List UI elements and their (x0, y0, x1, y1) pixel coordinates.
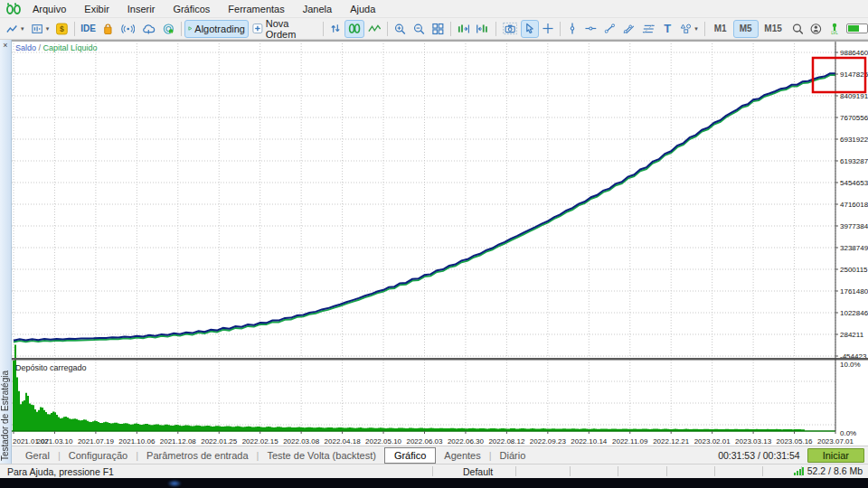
vertical-line-icon (569, 23, 576, 34)
zoom-out-button[interactable] (410, 20, 429, 38)
zoom-in-button[interactable] (391, 20, 410, 38)
menu-janela[interactable]: Janela (294, 0, 341, 18)
horizontal-line-tool-button[interactable] (581, 20, 600, 38)
menu-arquivo[interactable]: Arquivo (24, 0, 75, 18)
timeframe-m15-label: M15 (760, 23, 785, 33)
tab-gr-fico[interactable]: Gráfico (384, 447, 436, 464)
signals-button[interactable] (118, 20, 138, 38)
nova-ordem-button[interactable]: Nova Ordem (249, 20, 320, 38)
auto-scroll-button[interactable] (473, 20, 493, 38)
metatrader-window: ArquivoExibirInserirGráficosFerramentasJ… (0, 0, 868, 488)
deposit-button[interactable]: $ (52, 20, 71, 38)
equity-chart[interactable]: 9886460914782584091917670556693192261932… (12, 41, 868, 446)
menu-ferramentas[interactable]: Ferramentas (219, 0, 293, 18)
market-button[interactable] (99, 20, 118, 38)
x-axis-label: 2022.01.25 (201, 437, 238, 446)
y-axis-label: 4716018 (840, 201, 868, 209)
connection-fill (848, 25, 859, 32)
zigzag-icon (368, 23, 382, 34)
menu-gráficos[interactable]: Gráficos (164, 0, 219, 18)
channel-tool-button[interactable] (619, 20, 638, 38)
search-button[interactable] (788, 20, 807, 38)
tick-chart-button[interactable] (326, 20, 344, 38)
x-axis-label: 2022.08.12 (488, 437, 525, 446)
start-button[interactable]: Iniciar (807, 448, 864, 463)
crosshair-icon (542, 23, 553, 34)
market-bag-icon (102, 23, 114, 35)
vertical-line-tool-button[interactable] (563, 20, 581, 38)
ide-button[interactable]: IDE (78, 20, 99, 38)
market-depth-button[interactable] (344, 20, 364, 38)
cloud-button[interactable] (138, 20, 159, 38)
timeframe-m5-button[interactable]: M5 (733, 20, 759, 38)
oo-icon (348, 23, 361, 34)
menu-ajuda[interactable]: Ajuda (341, 0, 384, 18)
y-axis-label: 3977384 (840, 222, 868, 230)
tile-windows-icon (432, 23, 444, 35)
zigzag-button[interactable] (364, 20, 385, 38)
tab-geral[interactable]: Geral (17, 447, 58, 464)
x-axis-label: 2023.07.01 (817, 437, 854, 446)
lvl-icon: LVL (829, 23, 840, 35)
x-axis-label: 2022.02.15 (242, 437, 279, 446)
cloud-icon (142, 23, 156, 34)
strategy-tester-sidebar[interactable]: × Testador de Estratégia (0, 40, 12, 464)
menu-inserir[interactable]: Inserir (118, 0, 165, 18)
chart-profile-button[interactable]: ▾ (28, 20, 53, 38)
strategy-tester-title: Testador de Estratégia (0, 371, 12, 461)
status-profile[interactable]: Default (463, 466, 493, 477)
tile-windows-button[interactable] (429, 20, 448, 38)
tab-teste-de-volta-backtest-[interactable]: Teste de Volta (backtest) (259, 447, 383, 464)
tab-par-metros-de-entrada[interactable]: Parâmetros de entrada (138, 447, 257, 464)
horizontal-line-icon (585, 24, 597, 33)
chevron-down-icon: ▾ (46, 25, 50, 32)
tester-chart-panel: 9886460914782584091917670556693192261932… (12, 40, 868, 446)
x-axis-label: 2022.05.10 (365, 437, 402, 446)
menu-bar: ArquivoExibirInserirGráficosFerramentasJ… (0, 0, 868, 18)
legend-separator: / (36, 43, 43, 52)
x-axis-label: 2022.12.21 (653, 437, 690, 446)
timeframe-m15-button[interactable]: M15 (759, 20, 788, 38)
shift-end-button[interactable] (454, 20, 474, 38)
tab-configura-o[interactable]: Configuração (61, 447, 136, 464)
x-axis-label: 2021.10.06 (118, 437, 156, 446)
taskbar-app-glow (167, 480, 182, 487)
algotrading-button[interactable]: Algotrading (184, 20, 249, 38)
close-icon[interactable]: × (0, 40, 11, 51)
timeframe-m1-button[interactable]: M1 (708, 20, 733, 38)
text-tool-button[interactable]: T (658, 20, 676, 38)
x-axis-label: 2021.12.08 (160, 437, 197, 446)
vps-icon: + (163, 23, 175, 35)
screenshot-button[interactable] (499, 20, 521, 38)
menu-bar-items: ArquivoExibirInserirGráficosFerramentasJ… (24, 0, 384, 17)
vps-level-indicator[interactable]: LVL (826, 20, 844, 38)
signals-icon (121, 23, 135, 34)
community-button[interactable] (807, 20, 826, 38)
community-icon (810, 23, 822, 35)
y-axis-label: 8409191 (840, 92, 868, 100)
equity-legend-label: Capital Líquido (43, 43, 98, 52)
vps-button[interactable]: + (159, 20, 178, 38)
y-axis-label: 6931922 (840, 136, 868, 144)
tab-agentes[interactable]: Agentes (436, 447, 488, 464)
tab-di-rio[interactable]: Diário (492, 447, 534, 464)
menu-exibir[interactable]: Exibir (75, 0, 118, 18)
cursor-button[interactable] (521, 20, 539, 38)
y-axis-label: 284211 (840, 331, 864, 339)
y-axis-label: 3238749 (840, 244, 868, 252)
x-axis-label: 2022.11.09 (612, 437, 648, 446)
x-axis-label: 2022.04.18 (325, 437, 362, 446)
crosshair-button[interactable] (539, 20, 557, 38)
y-axis-label: 7670556 (840, 114, 868, 122)
shapes-tool-button[interactable]: ▾ (676, 20, 702, 38)
chart-type-button[interactable]: ▾ (3, 20, 28, 38)
x-axis-label: 2022.06.30 (448, 437, 485, 446)
chart-legend: Saldo / Capital Líquido (15, 43, 98, 52)
x-axis-label: 2022.06.03 (406, 437, 443, 446)
zoom-in-icon (394, 23, 406, 35)
trendline-tool-button[interactable] (600, 20, 619, 38)
ide-label: IDE (80, 23, 96, 33)
fibonacci-tool-button[interactable] (638, 20, 659, 38)
x-axis-label: 2021.03.10 (36, 437, 73, 446)
new-order-icon (252, 23, 263, 34)
